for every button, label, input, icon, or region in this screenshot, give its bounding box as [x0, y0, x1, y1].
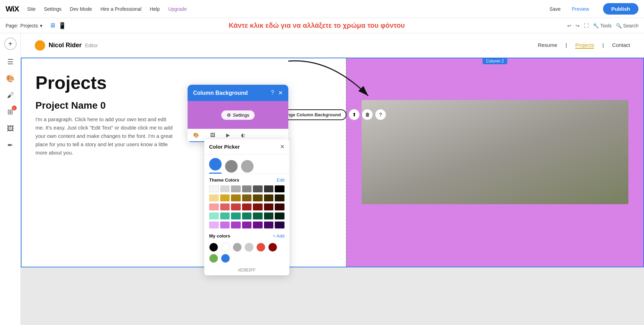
nav-help[interactable]: Help: [150, 6, 160, 12]
my-color-green[interactable]: [209, 254, 218, 263]
swatch[interactable]: [264, 203, 274, 210]
zoom-button[interactable]: ⛶: [584, 23, 589, 28]
swatch[interactable]: [253, 185, 263, 192]
cp-close-icon[interactable]: ✕: [280, 143, 284, 150]
cp-theme-section: Theme Colors Edit: [204, 174, 289, 185]
tab-color[interactable]: 🎨: [188, 129, 205, 142]
my-color-red[interactable]: [256, 243, 265, 252]
swatch[interactable]: [275, 203, 284, 210]
page-name: Projects: [20, 23, 38, 28]
page-selector[interactable]: Page: Projects ▾: [6, 23, 42, 28]
sidebar-item-design[interactable]: 🎨: [3, 71, 18, 86]
nav-site[interactable]: Site: [27, 6, 35, 12]
swatch[interactable]: [231, 194, 241, 201]
sidebar-item-apps[interactable]: ⊞ 1: [3, 104, 18, 119]
help-icon[interactable]: ?: [375, 109, 386, 120]
swatch[interactable]: [253, 212, 263, 219]
swatch-row-1: [204, 185, 289, 193]
my-color-white[interactable]: [221, 243, 230, 252]
swatch[interactable]: [275, 185, 284, 192]
swatch[interactable]: [220, 212, 230, 219]
nav-contact[interactable]: Contact: [612, 42, 630, 49]
swatch-row-5: [204, 221, 289, 229]
swatch[interactable]: [242, 203, 252, 210]
publish-button[interactable]: Publish: [603, 3, 638, 15]
nav-projects[interactable]: Projects: [575, 42, 594, 49]
add-color-button[interactable]: + Add: [273, 233, 284, 239]
cp-mycolors-section: My colors + Add: [204, 230, 289, 241]
swatch[interactable]: [231, 222, 241, 228]
swatch[interactable]: [264, 222, 274, 228]
swatch[interactable]: [275, 222, 284, 228]
cp-title: Color Picker: [209, 144, 240, 150]
delete-icon[interactable]: 🗑: [362, 109, 373, 120]
swatch[interactable]: [220, 222, 230, 228]
swatch[interactable]: [209, 194, 219, 201]
mobile-icon[interactable]: 📱: [58, 22, 66, 30]
my-colors-row2: [204, 254, 289, 265]
swatch[interactable]: [209, 203, 219, 210]
cp-tab-blue[interactable]: [209, 158, 222, 170]
swatch[interactable]: [231, 212, 241, 219]
tools-button[interactable]: 🔧 Tools: [593, 23, 611, 28]
nav-upgrade[interactable]: Upgrade: [168, 6, 187, 12]
swatch[interactable]: [253, 203, 263, 210]
nav-devmode[interactable]: Dev Mode: [70, 6, 92, 12]
swatch[interactable]: [231, 185, 241, 192]
nav-hire[interactable]: Hire a Professional: [100, 6, 141, 12]
cp-tab-gray1[interactable]: [225, 160, 238, 173]
swatch[interactable]: [253, 194, 263, 201]
my-color-gray[interactable]: [233, 243, 242, 252]
theme-edit-button[interactable]: Edit: [277, 177, 284, 183]
swatch[interactable]: [264, 194, 274, 201]
undo-button[interactable]: ↩: [567, 23, 571, 28]
sidebar-item-paint[interactable]: 🖌: [3, 88, 18, 103]
swatch[interactable]: [242, 185, 252, 192]
col-bg-panel: Column Background ? ✕ ⚙ Settings 🎨 🖼 ▶ ◐: [188, 85, 288, 142]
two-col-layout: Projects Project Name 0 I'm a paragraph.…: [21, 58, 644, 267]
search-button[interactable]: 🔍 Search: [616, 23, 638, 28]
my-color-black[interactable]: [209, 243, 218, 252]
col-left: Projects Project Name 0 I'm a paragraph.…: [22, 58, 346, 267]
swatch[interactable]: [275, 212, 284, 219]
swatch[interactable]: [242, 212, 252, 219]
swatch[interactable]: [264, 185, 274, 192]
swatch[interactable]: [253, 222, 263, 228]
my-color-lightgray[interactable]: [245, 243, 254, 252]
project-text: I'm a paragraph. Click here to add your …: [35, 115, 174, 157]
cp-tab-gray2[interactable]: [241, 160, 254, 173]
nav-resume[interactable]: Resume: [538, 42, 557, 49]
swatch[interactable]: [209, 222, 219, 228]
instruction-text: Κάντε κλικ εδώ για να αλλάξετε το χρώμα …: [229, 22, 405, 29]
redo-button[interactable]: ↪: [576, 23, 580, 28]
sidebar-item-vector[interactable]: ✒: [3, 138, 18, 153]
add-elements-button[interactable]: +: [4, 38, 17, 50]
notification-badge: 1: [12, 106, 17, 110]
swatch[interactable]: [220, 185, 230, 192]
swatch[interactable]: [209, 212, 219, 219]
settings-button[interactable]: ⚙ Settings: [221, 110, 255, 120]
swatch[interactable]: [275, 194, 284, 201]
swatch[interactable]: [220, 194, 230, 201]
sidebar-item-pages[interactable]: ☰: [3, 54, 18, 69]
swatch-row-3: [204, 203, 289, 211]
desktop-icon[interactable]: 🖥: [49, 22, 56, 29]
close-panel-icon[interactable]: ✕: [278, 90, 283, 96]
help-panel-icon[interactable]: ?: [271, 90, 274, 96]
my-color-darkred[interactable]: [268, 243, 277, 252]
site-brand: Nicol Rider Editor: [35, 40, 98, 51]
swatch[interactable]: [231, 203, 241, 210]
page-dropdown-icon[interactable]: ▾: [40, 23, 42, 28]
move-up-icon[interactable]: ⬆: [349, 109, 360, 120]
nav-settings[interactable]: Settings: [44, 6, 61, 12]
swatch[interactable]: [242, 194, 252, 201]
swatch[interactable]: [242, 222, 252, 228]
col-right[interactable]: Column 2: [346, 58, 643, 267]
preview-button[interactable]: Preview: [572, 6, 589, 12]
swatch[interactable]: [209, 185, 219, 192]
save-button[interactable]: Save: [550, 6, 561, 12]
swatch[interactable]: [220, 203, 230, 210]
my-color-blue[interactable]: [221, 254, 230, 263]
sidebar-item-media[interactable]: 🖼: [3, 121, 18, 136]
swatch[interactable]: [264, 212, 274, 219]
